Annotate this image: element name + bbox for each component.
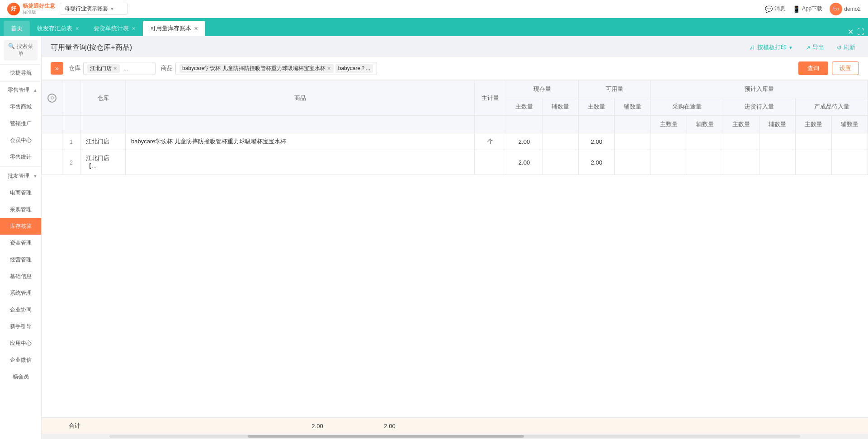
sidebar-quick-nav-label: 快捷导航 [10,70,32,76]
row2-settings [42,150,62,175]
sidebar-item-retail-mgmt[interactable]: 零售管理 ▲ [0,82,41,99]
message-label: 消息 [774,5,785,13]
page-header: 可用量查询(按仓库+商品) 🖨 按模板打印 ▼ ↗ 导出 ↺ 刷新 [42,36,868,57]
settings-button[interactable]: 设置 [832,61,859,75]
row1-avail-aux [615,133,651,150]
th-sub-empty7 [542,116,579,133]
scrollbar-thumb[interactable] [248,435,524,438]
tab-available-stock-label: 可用量库存账本 [150,24,191,33]
tab-order-stats-close[interactable]: ✕ [132,26,136,32]
sidebar-quick-nav: 快捷导航 [0,65,41,82]
logo-area: 好 畅捷通好生意 标准版 [7,3,55,15]
close-all-tabs-icon[interactable]: ✕ [848,28,854,36]
search-icon: 🔍 [8,43,16,49]
sidebar-item-finance[interactable]: 资金管理 [0,235,41,251]
sidebar-item-enterprise-coop[interactable]: 企业协同 [0,302,41,318]
sidebar-item-finance-label: 资金管理 [4,239,38,247]
sidebar-item-enterprise-wechat[interactable]: 企业微信 [0,352,41,368]
th-planned-in: 预计入库量 [651,80,868,98]
sidebar-item-app-center[interactable]: 应用中心 [0,335,41,352]
table-row: 1 江北门店 babycare学饮杯 儿童防摔防撞吸管杯重力球吸嘴杯宝宝水杯 个… [42,133,868,150]
sidebar-item-new-guide[interactable]: 新手引导 [0,318,41,335]
sidebar-item-inventory[interactable]: 库存核算 [0,218,41,235]
app-download-label: App下载 [802,5,822,13]
row2-avail-aux [615,150,651,175]
query-button[interactable]: 查询 [798,61,828,75]
gear-icon[interactable]: ⚙ [47,94,57,103]
th-no [62,80,80,116]
page-actions: 🖨 按模板打印 ▼ ↗ 导出 ↺ 刷新 [746,42,859,53]
tab-income-expense-label: 收发存汇总表 [37,24,72,33]
tab-order-stats[interactable]: 要货单统计表 ✕ [86,21,143,36]
refresh-button[interactable]: ↺ 刷新 [833,42,859,53]
sidebar-item-purchase[interactable]: 采购管理 [0,201,41,218]
footer-avail-main: 2.00 [372,423,408,430]
row1-purch-arr-main [723,133,760,150]
export-button[interactable]: ↗ 导出 [802,42,828,53]
sidebar-item-purchase-label: 采购管理 [4,206,38,213]
row1-purch-arr-aux [760,133,796,150]
row1-purch-transit-aux [687,133,723,150]
sidebar-item-retail-stats[interactable]: 零售统计 [0,149,41,165]
th-available: 可用量 [579,80,651,98]
row2-avail-main: 2.00 [579,150,615,175]
sidebar-item-ecommerce[interactable]: 电商管理 [0,184,41,201]
expand-icon[interactable]: ⛶ [857,28,864,36]
th-settings[interactable]: ⚙ [42,80,62,116]
row1-avail-main: 2.00 [579,133,615,150]
warehouse-filter-input[interactable]: 江北门店 ✕ ... [83,62,156,75]
warehouse-tag-remove[interactable]: ✕ [113,66,117,71]
warehouse-filter-group: 仓库 江北门店 ✕ ... [69,62,156,75]
product-filter-label: 商品 [161,64,173,72]
quick-nav-button[interactable]: 快捷导航 [2,66,39,80]
sidebar-item-retail-mall[interactable]: 零售商城 [0,99,41,115]
chevron-down-icon-print: ▼ [788,45,793,50]
sidebar-item-basic-info-label: 基础信息 [4,273,38,280]
th-prod-arr-main: 主数量 [796,116,832,133]
sidebar-item-batch-mgmt[interactable]: 批发管理 ▼ [0,168,41,184]
chevron-up-icon: ▲ [33,88,38,93]
th-sub-empty4 [126,116,475,133]
th-sub-empty6 [506,116,542,133]
sidebar-item-member[interactable]: 会员中心 [0,132,41,149]
app-download-action[interactable]: 📱 App下载 [793,5,822,13]
tab-available-stock-close[interactable]: ✕ [194,26,198,32]
warehouse-ellipsis[interactable]: ... [122,65,130,72]
tab-available-stock[interactable]: 可用量库存账本 ✕ [143,21,205,36]
bottom-scrollbar[interactable] [42,434,868,439]
product-tag-1-value: babycare学饮杯 儿童防摔防撞吸管杯重力球吸嘴杯宝宝水杯 [182,65,326,72]
tab-income-expense-close[interactable]: ✕ [75,26,79,32]
warehouse-tag: 江北门店 ✕ [87,64,120,73]
th-sub-empty5 [475,116,506,133]
product-tag-2-value: babycare？... [338,65,370,72]
product-tag-1-remove[interactable]: ✕ [327,66,331,71]
user-profile[interactable]: Ea demo2 [830,3,861,15]
row1-unit: 个 [475,133,506,150]
avatar: Ea [830,3,842,15]
main-layout: 🔍 搜索菜单 快捷导航 零售管理 ▲ 零售商城 营销推广 会员中心 零售统计 批… [0,36,868,439]
product-filter-input[interactable]: babycare学饮杯 儿童防摔防撞吸管杯重力球吸嘴杯宝宝水杯 ✕ babyca… [175,62,377,75]
export-label: 导出 [812,43,824,52]
sidebar-item-member-vip[interactable]: 畅会员 [0,368,41,385]
sidebar-item-system[interactable]: 系统管理 [0,285,41,302]
sidebar-item-operations[interactable]: 经营管理 [0,251,41,268]
message-action[interactable]: 💬 消息 [765,5,785,13]
row1-stock-aux [542,133,579,150]
th-purch-transit-aux: 辅数量 [687,116,723,133]
row1-warehouse: 江北门店 [80,133,126,150]
product-filter-group: 商品 babycare学饮杯 儿童防摔防撞吸管杯重力球吸嘴杯宝宝水杯 ✕ bab… [161,62,377,75]
sidebar-item-retail-stats-label: 零售统计 [4,153,38,161]
tab-home[interactable]: 首页 [4,21,30,36]
tab-income-expense[interactable]: 收发存汇总表 ✕ [30,21,86,36]
filter-expand-button[interactable]: » [51,62,63,75]
row1-product: babycare学饮杯 儿童防摔防撞吸管杯重力球吸嘴杯宝宝水杯 [126,133,475,150]
sidebar-item-marketing[interactable]: 营销推广 [0,115,41,132]
table-row: 2 江北门店【... 2.00 2.00 [42,150,868,175]
sidebar-item-basic-info[interactable]: 基础信息 [0,268,41,285]
industry-selector[interactable]: 母婴行业演示账套 ▼ [60,3,127,15]
row2-purch-arr-aux [760,150,796,175]
sidebar-divider-1 [0,166,41,167]
sidebar-search-button[interactable]: 🔍 搜索菜单 [4,40,38,61]
print-template-button[interactable]: 🖨 按模板打印 ▼ [746,42,797,53]
nav-tabs: 首页 收发存汇总表 ✕ 要货单统计表 ✕ 可用量库存账本 ✕ ✕ ⛶ [0,18,868,36]
